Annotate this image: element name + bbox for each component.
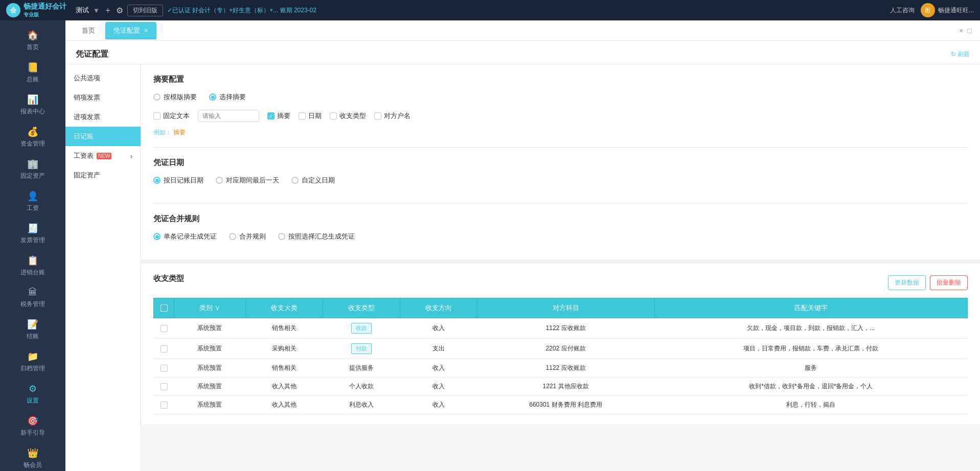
sidebar-label-settings: 设置	[27, 396, 39, 405]
table-row: 系统预置 收入其他 个人收款 收入 1221 其他应收款 收到*借款，收到*备用…	[154, 378, 968, 396]
sidebar-item-assets[interactable]: 🏢 固定资产	[0, 153, 65, 185]
row-direction-4: 收入	[400, 378, 477, 396]
row-big-cat-4: 收入其他	[245, 378, 323, 396]
company-name: 测试	[76, 6, 89, 15]
sidebar-item-home[interactable]: 🏠 首页	[0, 25, 65, 57]
row-big-cat-5: 收入其他	[245, 396, 323, 414]
type-tag-1[interactable]: 收款	[351, 323, 372, 334]
left-nav-item-sales-invoice[interactable]: 销项发票	[65, 88, 141, 107]
consultant-link[interactable]: 人工咨询	[890, 6, 915, 15]
tab-close-icon[interactable]: ×	[144, 27, 148, 34]
tab-close-button[interactable]: ×	[959, 27, 963, 35]
topbar: 会 畅捷通好会计 专业版 测试 ▼ ＋ ⚙ 切到旧版 ✓已认证 好会计（专）+好…	[0, 0, 980, 20]
sidebar-item-settings[interactable]: ⚙ 设置	[0, 378, 65, 410]
checkbox-summary[interactable]: ✓ 摘要	[267, 111, 290, 121]
sidebar-label-funds: 资金管理	[20, 139, 45, 148]
checkbox-counterpart-name[interactable]: 对方户名	[374, 111, 411, 121]
switch-old-version-button[interactable]: 切到旧版	[127, 5, 163, 16]
checkbox-income-type-box	[330, 112, 337, 120]
sidebar-label-tax: 税务管理	[20, 300, 45, 309]
row-checkbox-2[interactable]	[154, 339, 174, 359]
sidebar-item-invoices[interactable]: 🧾 发票管理	[0, 218, 65, 250]
row-checkbox-5[interactable]	[154, 396, 174, 414]
radio-aggregate[interactable]: 按照选择汇总生成凭证	[278, 232, 355, 241]
table-row: 系统预置 收入其他 利息收入 收入 660301 财务费用 利息费用 利息，行转…	[154, 396, 968, 414]
checkbox-income-type[interactable]: 收支类型	[330, 111, 366, 121]
arrow-icon: ›	[130, 152, 132, 160]
row-checkbox-1[interactable]	[154, 318, 174, 339]
new-badge: NEW	[97, 153, 111, 159]
voucher-date-title: 凭证日期	[153, 158, 968, 168]
sidebar-item-salary[interactable]: 👤 工资	[0, 185, 65, 218]
refresh-icon: ↻	[951, 51, 956, 58]
refresh-button[interactable]: ↻ 刷新	[951, 50, 970, 59]
table-row: 系统预置 采购相关 付款 支出 2202 应付账款 项目，日常费用，报销款，车费…	[154, 339, 968, 359]
merge-rules-title: 凭证合并规则	[153, 214, 968, 224]
radio-last-day[interactable]: 对应期间最后一天	[216, 176, 279, 185]
sidebar-item-reports[interactable]: 📊 报表中心	[0, 89, 65, 121]
app-name: 畅捷通好会计	[24, 2, 66, 11]
checkbox-date[interactable]: 日期	[299, 111, 322, 121]
left-nav-item-journal[interactable]: 日记账	[65, 127, 141, 146]
voucher-date-section: 凭证日期 按日记账日期 对应期间最后一天	[141, 148, 980, 203]
sidebar-item-archive[interactable]: 📁 归档管理	[0, 346, 65, 378]
app-logo: 会 畅捷通好会计 专业版	[6, 2, 72, 18]
radio-template-summary[interactable]: 按模版摘要	[153, 92, 197, 102]
type-tag-2[interactable]: 付款	[351, 343, 372, 354]
sidebar-item-funds[interactable]: 💰 资金管理	[0, 121, 65, 153]
sidebar-label-guide: 新手引导	[20, 429, 45, 437]
fixed-text-input[interactable]	[198, 110, 259, 122]
batch-delete-button[interactable]: 批量删除	[930, 275, 968, 290]
table-header-checkbox[interactable]	[154, 298, 174, 318]
row-checkbox-3[interactable]	[154, 359, 174, 378]
row-checkbox-4[interactable]	[154, 378, 174, 396]
tab-voucher-config[interactable]: 凭证配置 ×	[105, 22, 156, 39]
income-section-header: 收支类型 更新数据 批量删除	[153, 274, 968, 292]
checkbox-summary-box: ✓	[267, 112, 275, 120]
left-nav-item-fixed-assets[interactable]: 固定资产	[65, 166, 141, 185]
radio-single-record[interactable]: 单条记录生成凭证	[153, 232, 217, 241]
checkbox-date-box	[299, 112, 306, 120]
tab-maximize-button[interactable]: □	[968, 27, 972, 35]
tab-home[interactable]: 首页	[74, 22, 103, 39]
add-icon[interactable]: ＋	[104, 5, 112, 16]
sidebar-item-ledger[interactable]: 📒 总账	[0, 57, 65, 89]
username: 畅捷通旺旺...	[938, 6, 974, 15]
sidebar-item-member[interactable]: 👑 畅会员	[0, 442, 65, 471]
assets-icon: 🏢	[27, 158, 38, 170]
page-inner: 公共选项 销项发票 进项发票 日记账 工资表 NEW ›	[65, 64, 980, 471]
col-big-category: 收支大类	[245, 298, 323, 318]
row-account-4: 1221 其他应收款	[477, 378, 654, 396]
sidebar: 🏠 首页 📒 总账 📊 报表中心 💰 资金管理 🏢 固定资产 👤 工资 🧾 发票…	[0, 20, 65, 471]
main-layout: 🏠 首页 📒 总账 📊 报表中心 💰 资金管理 🏢 固定资产 👤 工资 🧾 发票…	[0, 20, 980, 471]
checkbox-group: 固定文本 ✓ 摘要 日期	[153, 110, 968, 122]
salary-icon: 👤	[27, 191, 38, 202]
header-checkbox[interactable]	[161, 304, 168, 312]
radio-select-summary[interactable]: 选择摘要	[209, 92, 246, 102]
left-nav-item-purchase-invoice[interactable]: 进项发票	[65, 107, 141, 127]
summary-config-title: 摘要配置	[153, 75, 968, 84]
radio-custom-date[interactable]: 自定义日期	[291, 176, 335, 185]
update-data-button[interactable]: 更新数据	[888, 275, 926, 290]
dropdown-icon[interactable]: ▼	[93, 7, 100, 14]
reports-icon: 📊	[27, 94, 38, 105]
sidebar-item-close-period[interactable]: 📝 结账	[0, 314, 65, 346]
left-nav-item-payroll[interactable]: 工资表 NEW ›	[65, 146, 141, 166]
topbar-middle: 测试 ▼ ＋ ⚙ 切到旧版 ✓已认证 好会计（专）+好生意（标）+... 账期 …	[76, 5, 886, 16]
settings-icon[interactable]: ⚙	[116, 6, 123, 15]
checkbox-counterpart-name-box	[374, 112, 381, 120]
left-nav-item-public[interactable]: 公共选项	[65, 68, 141, 88]
sidebar-label-ledger: 总账	[27, 75, 39, 84]
purchase-sales-icon: 📋	[27, 255, 38, 266]
sidebar-item-guide[interactable]: 🎯 新手引导	[0, 410, 65, 442]
row-big-cat-2: 采购相关	[245, 339, 323, 359]
radio-by-journal-date[interactable]: 按日记账日期	[153, 176, 203, 185]
sidebar-item-purchase-sales[interactable]: 📋 进销台账	[0, 250, 65, 282]
radio-merge-rule[interactable]: 合并规则	[229, 232, 266, 241]
checkbox-fixed-text[interactable]: 固定文本	[153, 111, 190, 121]
home-icon: 🏠	[27, 30, 38, 41]
sidebar-item-tax[interactable]: 🏛 税务管理	[0, 282, 65, 314]
row-direction-2: 支出	[400, 339, 477, 359]
row-account-3: 1122 应收账款	[477, 359, 654, 378]
merge-rules-section: 凭证合并规则 单条记录生成凭证 合并规则	[141, 204, 980, 260]
